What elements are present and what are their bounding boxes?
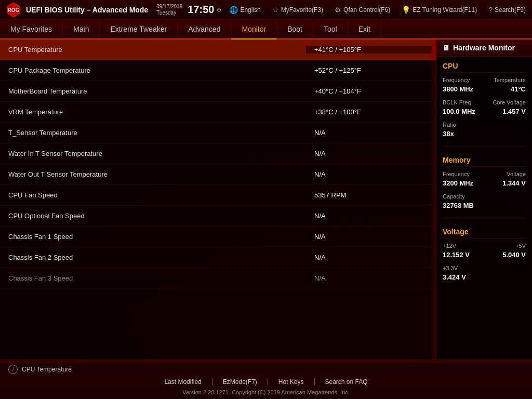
cpu-bclk-label: BCLK Freq: [443, 99, 471, 105]
ez-tuning-button[interactable]: 💡 EZ Tuning Wizard(F11): [397, 5, 481, 15]
row-label: Chassis Fan 1 Speed: [0, 233, 306, 241]
mem-voltage-label: Voltage: [507, 171, 526, 177]
row-value: N/A: [306, 274, 436, 282]
v12-label: +12V: [443, 243, 456, 249]
settings-icon[interactable]: ⚙: [216, 6, 222, 14]
table-row[interactable]: CPU Optional Fan Speed N/A: [0, 206, 436, 227]
cpu-section: CPU Frequency Temperature 3800 MHz 41°C …: [436, 57, 532, 147]
v5-value: 5.040 V: [502, 251, 526, 259]
app-wrapper: ROG UEFI BIOS Utility – Advanced Mode 09…: [0, 0, 532, 399]
mem-capacity-row: Capacity: [443, 193, 526, 200]
v12-value: 12.152 V: [443, 251, 470, 259]
nav-extreme-tweaker[interactable]: Extreme Tweaker: [100, 20, 178, 38]
divider: [443, 146, 526, 147]
hot-keys-link[interactable]: Hot Keys: [268, 378, 315, 385]
v12-value-row: 12.152 V 5.040 V: [443, 251, 526, 263]
last-modified-link[interactable]: Last Modified: [154, 378, 212, 385]
hardware-monitor-sidebar: 🖥 Hardware Monitor CPU Frequency Tempera…: [436, 39, 532, 360]
row-label: CPU Optional Fan Speed: [0, 212, 306, 220]
table-row[interactable]: CPU Package Temperature +52°C / +125°F: [0, 60, 436, 81]
monitor-icon: 🖥: [443, 44, 450, 52]
table-row[interactable]: Chassis Fan 3 Speed N/A: [0, 268, 436, 289]
cpu-frequency-value: 3800 MHz: [443, 85, 473, 93]
table-row[interactable]: Water In T Sensor Temperature N/A: [0, 143, 436, 164]
table-row[interactable]: CPU Temperature +41°C / +105°F: [0, 39, 436, 60]
row-label: CPU Temperature: [0, 46, 306, 54]
nav-main[interactable]: Main: [63, 20, 100, 38]
scrollbar-thumb[interactable]: [432, 39, 436, 60]
qfan-button[interactable]: ⚙ Qfan Control(F6): [330, 5, 394, 15]
row-label: Chassis Fan 3 Speed: [0, 274, 306, 282]
table-row[interactable]: VRM Temperature +38°C / +100°F: [0, 102, 436, 123]
row-value: +40°C / +104°F: [306, 87, 436, 95]
mem-frequency-value-row: 3200 MHz 1.344 V: [443, 179, 526, 191]
mem-capacity-value-row: 32768 MB: [443, 202, 526, 214]
row-value: +41°C / +105°F: [306, 46, 436, 54]
v5-label: +5V: [515, 243, 526, 249]
cpu-bclk-value: 100.0 MHz: [443, 108, 475, 115]
language-selector[interactable]: 🌐 English: [225, 5, 264, 15]
voltage-section-title: Voltage: [443, 228, 526, 238]
copyright-text: Version 2.20.1271. Copyright (C) 2019 Am…: [0, 388, 532, 397]
rog-logo-icon: ROG: [5, 2, 22, 18]
v33-value-row: 3.424 V: [443, 273, 526, 285]
row-label: T_Sensor Temperature: [0, 129, 306, 137]
mem-frequency-label: Frequency: [443, 171, 470, 177]
table-row[interactable]: Water Out T Sensor Temperature N/A: [0, 164, 436, 185]
table-row[interactable]: MotherBoard Temperature +40°C / +104°F: [0, 81, 436, 102]
table-row[interactable]: CPU Fan Speed 5357 RPM: [0, 185, 436, 206]
table-row[interactable]: Chassis Fan 1 Speed N/A: [0, 227, 436, 247]
mem-capacity-label: Capacity: [443, 193, 465, 200]
nav-advanced[interactable]: Advanced: [178, 20, 231, 38]
date-label: 09/17/2019: [156, 4, 182, 10]
logo-area: ROG UEFI BIOS Utility – Advanced Mode: [5, 2, 148, 18]
mem-voltage-value: 1.344 V: [502, 179, 526, 187]
myfavorite-label: MyFavorite(F3): [281, 6, 323, 14]
nav-tool[interactable]: Tool: [313, 20, 348, 38]
language-label: English: [240, 6, 260, 14]
row-label: Water In T Sensor Temperature: [0, 150, 306, 157]
row-value: N/A: [306, 150, 436, 157]
row-value: +38°C / +100°F: [306, 108, 436, 116]
row-value: +52°C / +125°F: [306, 66, 436, 74]
cpu-bclk-row: BCLK Freq Core Voltage: [443, 99, 526, 105]
divider: [443, 218, 526, 218]
row-label: Water Out T Sensor Temperature: [0, 170, 306, 178]
fan-icon: ⚙: [335, 6, 341, 14]
table-row[interactable]: Chassis Fan 2 Speed N/A: [0, 247, 436, 268]
search-button[interactable]: ? Search(F9): [484, 5, 530, 15]
search-icon: ?: [488, 6, 493, 14]
time-area: 17:50 ⚙: [188, 4, 222, 16]
v33-row: +3.3V: [443, 265, 526, 271]
row-label: Chassis Fan 2 Speed: [0, 254, 306, 261]
scrollbar[interactable]: [432, 39, 436, 360]
nav-my-favorites[interactable]: My Favorites: [0, 20, 63, 38]
cpu-ratio-value: 38x: [443, 130, 454, 138]
cpu-section-title: CPU: [443, 62, 526, 73]
row-label: CPU Fan Speed: [0, 191, 306, 199]
status-bar: i CPU Temperature Last Modified EzMode(F…: [0, 360, 532, 399]
cpu-temperature-value: 41°C: [511, 85, 526, 93]
cpu-corevoltage-label: Core Voltage: [493, 99, 526, 105]
cpu-ratio-value-row: 38x: [443, 130, 526, 142]
favorite-icon: ☆: [272, 6, 279, 14]
nav-exit[interactable]: Exit: [348, 20, 381, 38]
nav-boot[interactable]: Boot: [277, 20, 313, 38]
table-row[interactable]: T_Sensor Temperature N/A: [0, 123, 436, 143]
row-label: MotherBoard Temperature: [0, 87, 306, 95]
svg-text:ROG: ROG: [8, 7, 20, 13]
nav-monitor[interactable]: Monitor: [231, 20, 277, 39]
sidebar-title: 🖥 Hardware Monitor: [436, 39, 532, 57]
cpu-ratio-label: Ratio: [443, 122, 456, 128]
cpu-frequency-value-row: 3800 MHz 41°C: [443, 85, 526, 97]
ezmode-link[interactable]: EzMode(F7): [212, 378, 268, 385]
app-title: UEFI BIOS Utility – Advanced Mode: [26, 6, 148, 14]
row-value: N/A: [306, 170, 436, 178]
myfavorite-button[interactable]: ☆ MyFavorite(F3): [268, 5, 327, 15]
day-label: Tuesday: [156, 10, 182, 16]
search-faq-link[interactable]: Search on FAQ: [315, 378, 378, 385]
memory-section-title: Memory: [443, 156, 526, 167]
status-links: Last Modified EzMode(F7) Hot Keys Search…: [0, 376, 532, 388]
cpu-bclk-value-row: 100.0 MHz 1.457 V: [443, 108, 526, 119]
ez-tuning-label: EZ Tuning Wizard(F11): [413, 6, 477, 14]
